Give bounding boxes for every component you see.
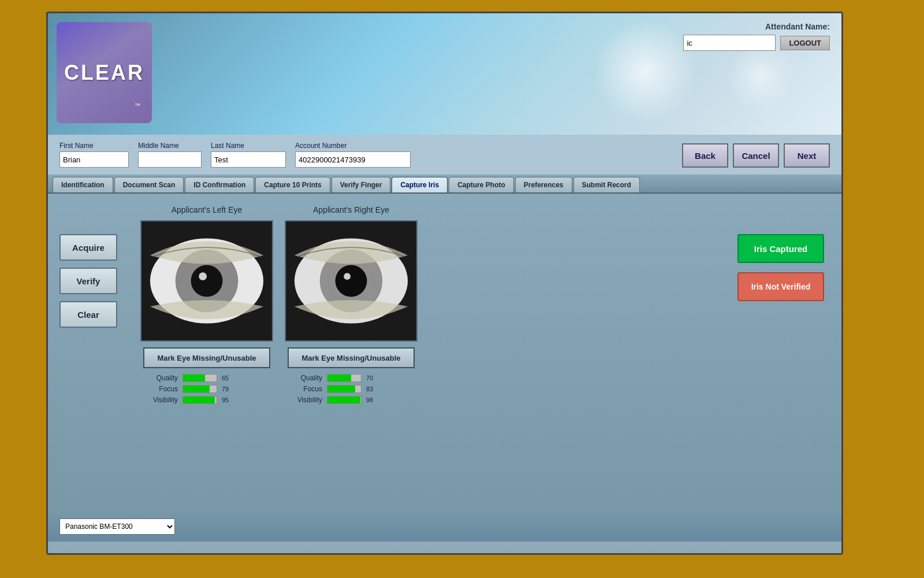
svg-point-7	[199, 272, 207, 280]
attendant-label: Attendant Name:	[765, 22, 830, 31]
right-quality-fill	[327, 375, 351, 381]
logo-text: CLEAR	[64, 61, 144, 85]
left-visibility-label: Visibility	[143, 396, 178, 404]
tab-id-confirmation[interactable]: ID Confirmation	[185, 177, 254, 192]
left-mark-eye-button[interactable]: Mark Eye Missing/Unusable	[143, 347, 270, 368]
right-quality-value: 70	[366, 375, 373, 381]
tab-capture-iris[interactable]: Capture Iris	[392, 177, 448, 192]
back-button[interactable]: Back	[682, 143, 728, 168]
right-visibility-label: Visibility	[288, 396, 322, 404]
tab-submit-record[interactable]: Submit Record	[573, 177, 640, 192]
screen-container: CLEAR ™ Attendant Name: LOGOUT First Nam…	[46, 12, 843, 555]
left-focus-value: 79	[222, 386, 229, 392]
svg-point-13	[336, 265, 367, 297]
device-select[interactable]: Panasonic BM-ET300	[59, 518, 175, 535]
logout-button[interactable]: LOGOUT	[780, 36, 830, 50]
right-visibility-bar	[327, 396, 362, 404]
attendant-row: LOGOUT	[683, 35, 830, 51]
left-quality-value: 65	[222, 375, 229, 381]
bottom-bar: Panasonic BM-ET300	[48, 512, 841, 542]
logo-trademark: ™	[135, 102, 140, 109]
svg-point-6	[191, 265, 223, 297]
right-eye-image	[285, 220, 418, 342]
middle-name-label: Middle Name	[138, 142, 202, 150]
left-quality-section: Quality 65 Focus 79 Visibi	[143, 374, 270, 404]
account-number-input[interactable]	[295, 151, 411, 168]
svg-point-14	[344, 273, 351, 280]
middle-name-group: Middle Name	[138, 142, 202, 168]
right-focus-row: Focus 83	[288, 385, 415, 393]
right-focus-fill	[327, 386, 355, 392]
right-visibility-row: Visibility 98	[288, 396, 415, 404]
right-quality-bar	[327, 374, 362, 382]
right-focus-label: Focus	[288, 385, 322, 393]
left-eye-svg	[141, 221, 272, 340]
verify-button[interactable]: Verify	[59, 268, 117, 294]
left-visibility-value: 95	[222, 397, 229, 403]
right-visibility-fill	[327, 397, 360, 403]
left-controls: Acquire Verify Clear	[59, 205, 129, 500]
middle-name-input[interactable]	[138, 151, 202, 168]
last-name-input[interactable]	[211, 151, 286, 168]
account-number-group: Account Number	[295, 142, 411, 168]
form-area: First Name Middle Name Last Name Account…	[48, 135, 841, 175]
left-quality-label: Quality	[143, 374, 178, 382]
header-right: Attendant Name: LOGOUT	[683, 22, 830, 51]
right-quality-label: Quality	[288, 374, 322, 382]
last-name-label: Last Name	[211, 142, 286, 150]
logo-box: CLEAR ™	[57, 22, 152, 123]
tab-capture-photo[interactable]: Capture Photo	[449, 177, 514, 192]
left-eye-panel: Applicant's Left Eye	[140, 205, 273, 500]
left-visibility-fill	[183, 397, 215, 403]
attendant-input[interactable]	[683, 35, 776, 51]
first-name-label: First Name	[59, 142, 129, 150]
right-focus-bar	[327, 385, 362, 393]
clear-button[interactable]: Clear	[59, 301, 117, 328]
left-focus-label: Focus	[143, 385, 178, 393]
form-buttons: Back Cancel Next	[682, 143, 830, 168]
right-quality-row: Quality 70	[288, 374, 415, 382]
account-number-label: Account Number	[295, 142, 411, 150]
tabs-bar: Identification Document Scan ID Confirma…	[48, 175, 841, 194]
iris-not-verified-status: Iris Not Verified	[737, 272, 824, 301]
left-visibility-row: Visibility 95	[143, 396, 270, 404]
last-name-group: Last Name	[211, 142, 286, 168]
right-visibility-value: 98	[366, 397, 373, 403]
header: CLEAR ™ Attendant Name: LOGOUT	[48, 13, 841, 135]
left-focus-fill	[183, 386, 210, 392]
left-quality-row: Quality 65	[143, 374, 270, 382]
tab-document-scan[interactable]: Document Scan	[114, 177, 184, 192]
left-eye-title: Applicant's Left Eye	[172, 205, 243, 214]
right-eye-title: Applicant's Right Eye	[313, 205, 389, 214]
tab-preferences[interactable]: Preferences	[515, 177, 572, 192]
right-focus-value: 83	[366, 386, 373, 392]
right-status: Iris Captured Iris Not Verified	[737, 205, 830, 500]
right-eye-panel: Applicant's Right Eye	[285, 205, 418, 500]
left-focus-bar	[182, 385, 217, 393]
tab-capture-10-prints[interactable]: Capture 10 Prints	[255, 177, 330, 192]
cancel-button[interactable]: Cancel	[733, 143, 779, 168]
main-content: Acquire Verify Clear Applicant's Left Ey…	[48, 194, 841, 512]
left-quality-fill	[183, 375, 205, 381]
right-mark-eye-button[interactable]: Mark Eye Missing/Unusable	[288, 347, 415, 368]
acquire-button[interactable]: Acquire	[59, 234, 117, 261]
right-quality-section: Quality 70 Focus 83 Visibi	[288, 374, 415, 404]
first-name-group: First Name	[59, 142, 129, 168]
tab-identification[interactable]: Identification	[53, 177, 113, 192]
eyes-container: Applicant's Left Eye	[140, 205, 726, 500]
right-eye-svg	[286, 221, 416, 340]
tab-verify-finger[interactable]: Verify Finger	[331, 177, 391, 192]
left-eye-image	[140, 220, 273, 342]
left-quality-bar	[182, 374, 217, 382]
first-name-input[interactable]	[59, 151, 129, 168]
left-focus-row: Focus 79	[143, 385, 270, 393]
iris-captured-status: Iris Captured	[737, 234, 824, 263]
next-button[interactable]: Next	[784, 143, 830, 168]
left-visibility-bar	[182, 396, 217, 404]
